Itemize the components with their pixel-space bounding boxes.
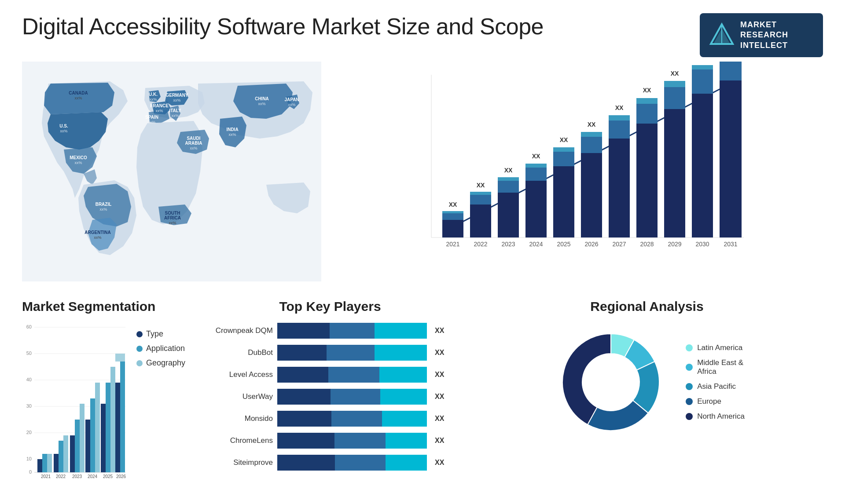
svg-rect-118 [80,404,84,472]
regional-legend-label: Asia Pacific [697,382,736,391]
svg-text:20: 20 [26,430,32,435]
regional-legend-label: Middle East & Africa [697,358,743,376]
svg-text:BRAZIL: BRAZIL [96,202,112,207]
upper-content: CANADA xx% U.S. xx% MEXICO xx% BRAZIL xx… [0,62,845,290]
legend-item-application: Application [136,344,185,353]
player-row: Level Access XX [202,367,458,383]
player-bar [277,345,427,361]
svg-text:CANADA: CANADA [69,91,88,95]
svg-text:2028: 2028 [640,241,654,248]
svg-rect-108 [37,459,42,472]
regional-legend-label: Latin America [697,343,742,352]
player-bar-container [277,389,427,405]
player-bar-container [277,367,427,383]
page-title: Digital Accessibility Software Market Si… [22,13,544,40]
player-bar [277,455,427,471]
svg-text:2025: 2025 [103,474,113,479]
segmentation-title: Market Segmentation [22,299,189,314]
player-value: XX [435,393,444,401]
svg-text:2023: 2023 [72,474,82,479]
player-row: Siteimprove XX [202,455,458,471]
svg-text:U.K.: U.K. [149,92,158,97]
svg-text:XX: XX [504,167,513,174]
svg-text:2025: 2025 [557,241,570,248]
bar-segment-3 [375,323,427,339]
regional-legend-item: North America [686,412,745,421]
svg-rect-129 [120,362,125,472]
player-bar-container [277,411,427,427]
bar-segment-3 [380,389,427,405]
regional-legend-dot [686,344,693,351]
svg-text:2021: 2021 [446,241,459,248]
svg-text:MEXICO: MEXICO [70,155,87,160]
svg-text:SPAIN: SPAIN [145,115,158,120]
svg-rect-122 [95,383,100,472]
svg-text:50: 50 [26,351,32,356]
svg-text:XX: XX [560,136,568,143]
player-name: ChromeLens [202,436,273,445]
bar-segment-1 [277,345,327,361]
svg-rect-62 [553,147,574,152]
growth-chart-section: XX 2021 XX 2022 XX 2023 XX 2024 XX [330,62,823,281]
svg-text:XX: XX [671,70,679,77]
regional-content: Latin America Middle East & Africa Asia … [471,321,823,444]
svg-text:XX: XX [532,153,540,160]
svg-rect-42 [442,211,463,213]
bar-segment-1 [277,323,330,339]
svg-rect-130 [115,354,125,362]
players-list: Crownpeak DQM XX DubBot XX Level Acc [202,323,458,471]
player-name: DubBot [202,348,273,357]
player-row: DubBot XX [202,345,458,361]
svg-rect-61 [553,150,574,166]
regional-legend-item: Middle East & Africa [686,358,745,376]
svg-rect-113 [59,441,63,472]
svg-rect-126 [110,367,115,472]
bar-segment-1 [277,389,331,405]
player-row: Crownpeak DQM XX [202,323,458,339]
bar-segment-3 [386,455,427,471]
svg-text:XX: XX [615,104,624,111]
svg-text:xx%: xx% [228,132,236,137]
player-bar-container [277,345,427,361]
svg-rect-60 [553,161,574,237]
svg-text:XX: XX [588,121,596,128]
header: Digital Accessibility Software Market Si… [0,0,845,62]
svg-rect-90 [720,75,742,237]
svg-rect-76 [636,102,658,124]
svg-text:XX: XX [643,87,651,94]
svg-rect-46 [470,194,491,205]
player-bar [277,367,427,383]
svg-text:XX: XX [477,182,485,189]
svg-rect-55 [525,175,547,237]
svg-text:ARGENTINA: ARGENTINA [84,230,110,235]
legend-label-geography: Geography [146,358,185,368]
svg-text:2022: 2022 [56,474,66,479]
player-bar [277,389,427,405]
regional-legend-dot [686,398,693,405]
svg-text:FRANCE: FRANCE [150,103,169,108]
bar-segment-3 [386,433,427,449]
bar-segment-1 [277,411,331,427]
svg-rect-128 [115,383,120,472]
player-value: XX [435,459,444,467]
svg-rect-124 [101,404,106,472]
svg-text:xx%: xx% [60,129,67,133]
svg-text:xx%: xx% [171,113,179,118]
svg-rect-91 [720,62,742,80]
svg-text:AFRICA: AFRICA [164,215,181,220]
player-bar-container [277,433,427,449]
legend-label-type: Type [146,329,163,339]
regional-legend-dot [686,364,693,371]
bar-segment-2 [335,455,386,471]
svg-text:2027: 2027 [612,241,626,248]
svg-rect-70 [609,133,630,237]
players-section: Top Key Players Crownpeak DQM XX DubBot [202,299,458,504]
svg-rect-85 [692,88,713,237]
player-name: Siteimprove [202,458,273,467]
svg-text:xx%: xx% [94,235,101,240]
svg-text:GERMANY: GERMANY [165,93,188,98]
svg-rect-77 [636,98,658,104]
svg-text:2031: 2031 [724,241,737,248]
regional-legend-label: North America [697,412,745,421]
svg-text:xx%: xx% [148,120,155,124]
